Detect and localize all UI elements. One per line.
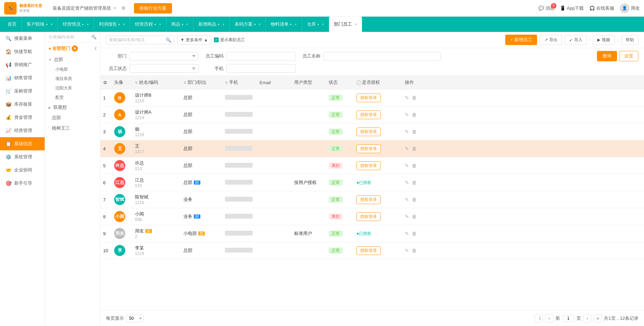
search-icon[interactable]: 🔍 xyxy=(166,37,171,43)
filter-emp-name-input[interactable] xyxy=(323,52,441,61)
dept-node-zongbu2[interactable]: 总部 xyxy=(45,113,100,123)
search-input[interactable] xyxy=(109,37,164,42)
app-download-button[interactable]: 📱 App下载 xyxy=(560,5,584,11)
delete-icon-2[interactable]: 🗑 xyxy=(412,129,417,134)
sidebar-item-nav[interactable]: 🏠 快捷导航 xyxy=(0,45,45,58)
edit-icon-9[interactable]: ✎ xyxy=(405,248,409,253)
gear-button[interactable]: ⚙ xyxy=(119,3,128,13)
delete-icon-8[interactable]: 🗑 xyxy=(412,231,417,236)
message-button[interactable]: 💬 消息 5 xyxy=(538,5,554,11)
grant-btn-3[interactable]: 授权登录 xyxy=(356,144,381,153)
more-filter-btn[interactable]: ▼ 更多条件 ▲ xyxy=(177,35,211,45)
col-phone[interactable]: ⇅ 手机 xyxy=(222,76,257,89)
tab-bom-close[interactable]: × xyxy=(294,22,297,26)
tab-customer-close[interactable]: × xyxy=(51,22,53,26)
delete-icon-7[interactable]: 🗑 xyxy=(412,214,417,219)
export-button[interactable]: ↗ 导出 xyxy=(540,35,562,45)
sidebar-item-collab[interactable]: 🤝 企业协同 xyxy=(0,164,45,177)
edit-icon-5[interactable]: ✎ xyxy=(405,180,409,185)
col-settings[interactable]: ⚙ xyxy=(100,76,111,89)
sidebar-item-marketing[interactable]: 📢 营销推广 xyxy=(0,58,45,71)
tab-bom[interactable]: 物料清单 ▾ × xyxy=(266,17,302,32)
dept-tree-root[interactable]: ● 全部部门 ✎ 《 xyxy=(45,43,100,54)
grant-btn-2[interactable]: 授权登录 xyxy=(356,127,381,136)
tab-customer[interactable]: 客户联络 ▾ × xyxy=(22,17,58,32)
tab-goods[interactable]: 商品 ▾ × xyxy=(166,17,193,32)
dept-node-zongbu[interactable]: ▼ 总部 xyxy=(45,54,100,65)
edit-icon-6[interactable]: ✎ xyxy=(405,197,409,202)
edit-icon-7[interactable]: ✎ xyxy=(405,214,409,219)
delete-icon-1[interactable]: 🗑 xyxy=(412,112,417,117)
edit-icon-2[interactable]: ✎ xyxy=(405,129,409,134)
sidebar-item-system[interactable]: ⚙️ 系统管理 xyxy=(0,150,45,164)
dept-child-xiangmu[interactable]: 项目库房 xyxy=(45,74,100,83)
delete-icon-3[interactable]: 🗑 xyxy=(412,146,417,151)
trial-button[interactable]: 体验行业方案 xyxy=(134,3,172,14)
col-name[interactable]: ⇅ 姓名/编码 xyxy=(132,76,181,89)
dept-child-peihuo[interactable]: 配货 xyxy=(45,93,100,102)
tab-goods-close[interactable]: × xyxy=(186,22,188,26)
delete-icon-6[interactable]: 🗑 xyxy=(412,197,417,202)
sidebar-item-basic[interactable]: 📋 基础信息 xyxy=(0,137,45,150)
grant-btn-6[interactable]: 授权登录 xyxy=(356,195,381,204)
edit-icon-3[interactable]: ✎ xyxy=(405,146,409,151)
dept-search-icon[interactable]: 🔍 xyxy=(91,35,97,39)
grant-btn-9[interactable]: 授权登录 xyxy=(356,246,381,255)
filter-phone-input[interactable] xyxy=(226,64,296,73)
help-button[interactable]: 帮助 xyxy=(621,35,638,45)
tab-new-goods[interactable]: 新增商品 ▾ × xyxy=(193,17,229,32)
tab-home[interactable]: 首页 xyxy=(3,17,22,32)
dept-collapse-icon[interactable]: 《 xyxy=(93,46,97,51)
tab-operations[interactable]: 经营情况 ▾ × xyxy=(58,17,94,32)
import-button[interactable]: ↙ 导入 xyxy=(565,35,587,45)
dept-node-zhishu[interactable]: 植树王三 xyxy=(45,123,100,133)
per-page-select[interactable]: 50 20 100 xyxy=(126,315,144,322)
tab-employees-close[interactable]: × xyxy=(355,22,357,26)
tab-journey-close[interactable]: × xyxy=(159,22,161,26)
page-last-btn[interactable]: » xyxy=(593,314,602,323)
filter-emp-code-input[interactable] xyxy=(226,52,296,61)
tab-barcode-close[interactable]: × xyxy=(258,22,261,26)
dept-edit-icon[interactable]: ✎ xyxy=(72,45,78,52)
page-first-btn[interactable]: 《 xyxy=(535,314,543,323)
service-button[interactable]: 🎧 在线客服 xyxy=(589,5,614,11)
sidebar-item-search[interactable]: 🔍 搜索菜单 xyxy=(0,32,45,45)
dept-node-shuanglu[interactable]: ▶ 双鹿想 xyxy=(45,102,100,113)
tab-employees[interactable]: 部门员工 × xyxy=(329,17,362,32)
sidebar-item-inventory[interactable]: 📦 库存核算 xyxy=(0,98,45,111)
grant-btn-4[interactable]: 授权登录 xyxy=(356,161,381,170)
tab-profit-close[interactable]: × xyxy=(123,22,125,26)
grant-btn-7[interactable]: 授权登录 xyxy=(356,212,381,221)
page-prev-btn[interactable]: ‹ xyxy=(545,314,553,323)
tab-operations-close[interactable]: × xyxy=(87,22,89,26)
show-resigned-checkbox[interactable]: ✓ xyxy=(214,37,219,42)
grant-btn-1[interactable]: 授权登录 xyxy=(356,111,381,119)
delete-icon-0[interactable]: 🗑 xyxy=(412,95,417,100)
tab-warehouse[interactable]: 仓库 ▾ × xyxy=(302,17,329,32)
show-resigned-toggle[interactable]: ✓ 显示离职员工 xyxy=(214,37,245,43)
dept-search-input[interactable] xyxy=(48,35,90,39)
edit-icon-8[interactable]: ✎ xyxy=(405,231,409,236)
page-next-btn[interactable]: › xyxy=(583,314,591,323)
add-employee-button[interactable]: + 新增员工 xyxy=(505,35,537,45)
filter-dept-select[interactable] xyxy=(129,52,199,61)
tab-profit[interactable]: 利润报告 ▾ × xyxy=(94,17,130,32)
delete-icon-9[interactable]: 🗑 xyxy=(412,248,417,253)
page-input[interactable] xyxy=(562,315,574,322)
edit-icon-1[interactable]: ✎ xyxy=(405,112,409,117)
col-dept[interactable]: ⇅ 部门/职位 xyxy=(181,76,222,89)
tab-warehouse-close[interactable]: × xyxy=(322,22,324,26)
sidebar-item-guide[interactable]: 🎯 新手引导 xyxy=(0,177,45,190)
sidebar-item-sales[interactable]: 📊 销售管理 xyxy=(0,71,45,85)
video-button[interactable]: ▶ 视频 xyxy=(593,35,615,45)
edit-icon-0[interactable]: ✎ xyxy=(405,95,409,100)
search-button[interactable]: 查询 xyxy=(597,51,617,61)
edit-icon-4[interactable]: ✎ xyxy=(405,163,409,168)
settings-button[interactable]: 设置 xyxy=(619,51,638,61)
delete-icon-5[interactable]: 🗑 xyxy=(412,180,417,185)
grant-btn-0[interactable]: 授权登录 xyxy=(356,94,381,102)
dept-child-xiaodian[interactable]: 小电部 xyxy=(45,65,100,74)
sidebar-item-purchase[interactable]: 🛒 采购管理 xyxy=(0,85,45,98)
dept-child-shenyang[interactable]: 沈阳大库 xyxy=(45,83,100,93)
sidebar-item-finance[interactable]: 💰 资金管理 xyxy=(0,111,45,124)
